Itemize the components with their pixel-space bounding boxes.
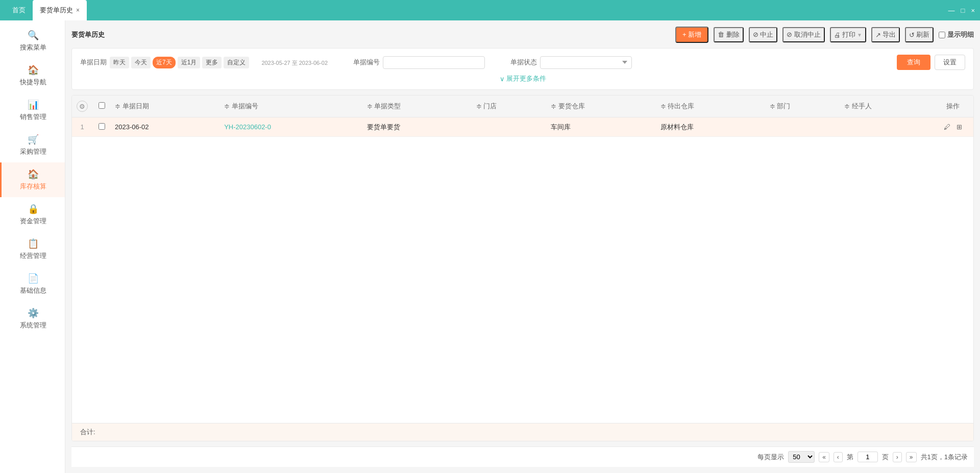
- tab-close-icon[interactable]: ×: [76, 7, 80, 14]
- sidebar-item-sys-mgmt[interactable]: ⚙️ 系统管理: [0, 301, 65, 336]
- col-order-type: ≑ 单据类型: [363, 96, 472, 117]
- col-handler: ≑ 经手人: [840, 96, 933, 117]
- status-select[interactable]: [540, 56, 632, 69]
- date-btn-last-month[interactable]: 近1月: [178, 57, 201, 68]
- last-page-button[interactable]: »: [906, 452, 917, 462]
- query-button[interactable]: 查询: [897, 55, 930, 70]
- sidebar-item-basic-info[interactable]: 📄 基础信息: [0, 267, 65, 301]
- col-pending-warehouse-label: ≑ 待出仓库: [660, 102, 695, 110]
- page-header: 要货单历史 + 新增 🗑 删除 ⊘ 中止 ⊘ 取消中止 🖨 🖨 打印 打印 ▼ …: [71, 27, 974, 43]
- sidebar-item-ops-mgmt-label: 经营管理: [20, 251, 46, 261]
- sidebar-item-fund-mgmt[interactable]: 🔒 资金管理: [0, 197, 65, 232]
- col-order-no-label: ≑ 单据编号: [224, 102, 258, 110]
- chevron-down-icon: ∨: [500, 75, 505, 83]
- row-checkbox[interactable]: [99, 123, 105, 130]
- sidebar-item-inventory[interactable]: 🏠 库存核算: [0, 162, 65, 197]
- row-store: [472, 117, 547, 137]
- sidebar-item-sales-mgmt[interactable]: 📊 销售管理: [0, 93, 65, 128]
- tab-order-history[interactable]: 要货单历史 ×: [33, 0, 87, 20]
- window-minimize-icon[interactable]: —: [948, 7, 955, 14]
- sidebar-item-ops-mgmt[interactable]: 📋 经营管理: [0, 232, 65, 267]
- col-settings: ⚙: [72, 96, 92, 117]
- refresh-icon: ↺: [909, 31, 915, 39]
- row-edit-icon[interactable]: 🖊: [942, 122, 952, 132]
- sidebar-item-purchase-mgmt-label: 采购管理: [20, 147, 46, 156]
- row-handler: [840, 117, 933, 137]
- prev-page-button[interactable]: ‹: [834, 452, 843, 462]
- page-number-input[interactable]: [857, 452, 878, 462]
- column-settings-icon[interactable]: ⚙: [77, 101, 88, 112]
- tab-home-label: 首页: [12, 6, 26, 15]
- pagination-bar: 每页显示 50 20 100 « ‹ 第 页 › » 共1页，1条记录: [71, 446, 974, 467]
- stop-button[interactable]: ⊘ 中止: [749, 27, 778, 42]
- row-order-type: 要货单要货: [363, 117, 472, 137]
- sidebar-item-search-menu[interactable]: 🔍 搜索菜单: [0, 23, 65, 58]
- refresh-button[interactable]: ↺ 刷新: [905, 27, 934, 42]
- search-icon: 🔍: [28, 30, 39, 41]
- export-button[interactable]: ↗ 导出: [871, 27, 900, 42]
- per-page-select[interactable]: 50 20 100: [788, 451, 815, 463]
- export-icon: ↗: [875, 31, 881, 39]
- table-header-row: ⚙ ≑ 单据日期 ≑ 单据编号 ≑ 单据类型: [72, 96, 973, 117]
- table-empty-space: [72, 137, 973, 423]
- inventory-icon: 🏠: [28, 169, 39, 180]
- window-maximize-icon[interactable]: □: [961, 7, 965, 14]
- row-delete-icon[interactable]: ⊞: [954, 122, 964, 132]
- show-detail-checkbox[interactable]: [939, 32, 945, 38]
- main-layout: 🔍 搜索菜单 🏠 快捷导航 📊 销售管理 🛒 采购管理 🏠 库存核算 🔒 资金管…: [0, 20, 980, 473]
- next-page-button[interactable]: ›: [893, 452, 902, 462]
- home-icon: 🏠: [28, 64, 39, 76]
- date-btn-today[interactable]: 今天: [131, 57, 151, 68]
- first-page-button[interactable]: «: [819, 452, 829, 462]
- col-req-warehouse-label: ≑ 要货仓库: [551, 102, 585, 110]
- col-store: ≑ 门店: [472, 96, 547, 117]
- row-order-date: 2023-06-02: [111, 117, 220, 137]
- print-button[interactable]: 🖨 🖨 打印 打印 ▼: [830, 27, 866, 42]
- table-container: ⚙ ≑ 单据日期 ≑ 单据编号 ≑ 单据类型: [71, 95, 974, 441]
- order-no-label: 单据编号: [353, 58, 380, 67]
- filter-actions: 查询 设置: [897, 55, 965, 70]
- tab-home[interactable]: 首页: [5, 0, 33, 20]
- sidebar-item-fund-mgmt-label: 资金管理: [20, 217, 46, 226]
- order-no-filter-group: 单据编号: [353, 56, 485, 69]
- col-ops: 操作: [933, 96, 973, 117]
- date-btn-last7days[interactable]: 近7天: [153, 57, 176, 68]
- settings-button[interactable]: 设置: [935, 55, 965, 70]
- col-order-date-label: ≑ 单据日期: [115, 102, 149, 110]
- order-no-input[interactable]: [383, 56, 485, 69]
- col-department-label: ≑ 部门: [770, 102, 791, 110]
- date-btn-custom[interactable]: 自定义: [224, 57, 249, 68]
- chart-icon: 📊: [28, 99, 39, 110]
- page-label: 第: [847, 453, 853, 462]
- order-no-link[interactable]: YH-20230602-0: [224, 123, 271, 131]
- row-ops: 🖊 ⊞: [933, 117, 973, 137]
- total-label: 合计:: [80, 428, 95, 436]
- row-req-warehouse: 车间库: [547, 117, 656, 137]
- select-all-checkbox[interactable]: [99, 102, 105, 109]
- col-order-no: ≑ 单据编号: [220, 96, 362, 117]
- expand-more-area: ∨ 展开更多条件: [80, 70, 965, 83]
- page-suffix: 页: [882, 453, 889, 462]
- status-filter-group: 单据状态: [510, 56, 632, 69]
- delete-button[interactable]: 🗑 删除: [714, 27, 744, 42]
- cancel-stop-button[interactable]: ⊘ 取消中止: [782, 27, 825, 42]
- show-detail-toggle[interactable]: 显示明细: [939, 30, 974, 39]
- window-close-icon[interactable]: ×: [971, 7, 975, 14]
- expand-more-button[interactable]: ∨ 展开更多条件: [500, 74, 546, 83]
- row-pending-warehouse: 原材料仓库: [656, 117, 766, 137]
- date-btn-more[interactable]: 更多: [202, 57, 222, 68]
- new-button[interactable]: + 新增: [675, 27, 708, 43]
- sidebar-item-sales-mgmt-label: 销售管理: [20, 112, 46, 122]
- top-bar-right: — □ ×: [948, 7, 975, 14]
- content-area: 要货单历史 + 新增 🗑 删除 ⊘ 中止 ⊘ 取消中止 🖨 🖨 打印 打印 ▼ …: [65, 20, 980, 473]
- date-range-text: 2023-05-27 至 2023-06-02: [261, 59, 328, 67]
- show-detail-label: 显示明细: [947, 30, 974, 39]
- date-btn-yesterday[interactable]: 昨天: [110, 57, 129, 68]
- expand-more-label: 展开更多条件: [506, 74, 546, 83]
- sidebar-item-purchase-mgmt[interactable]: 🛒 采购管理: [0, 128, 65, 162]
- sidebar-item-basic-info-label: 基础信息: [20, 286, 46, 295]
- col-ops-label: 操作: [946, 102, 960, 110]
- sidebar-item-quick-nav[interactable]: 🏠 快捷导航: [0, 58, 65, 93]
- per-page-label: 每页显示: [757, 453, 784, 462]
- date-filter-group: 单据日期 昨天 今天 近7天 近1月 更多 自定义: [80, 57, 249, 68]
